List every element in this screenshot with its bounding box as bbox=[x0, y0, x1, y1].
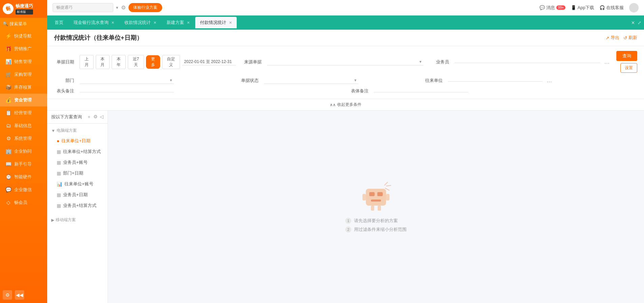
mobile-group-title: ▶ 移动端方案 bbox=[47, 215, 108, 225]
dept-select[interactable]: ▾ bbox=[80, 77, 174, 84]
last-7-btn[interactable]: 近7天 bbox=[128, 55, 144, 69]
scheme-partner-settle[interactable]: ▦ 往来单位+结算方式 bbox=[47, 146, 108, 157]
scheme-salesperson-settle-icon: ▦ bbox=[57, 203, 61, 208]
add-scheme-btn[interactable]: ＋ bbox=[87, 114, 91, 120]
filter-row-1: 单据日期 上月 本月 本年 近7天 更多 自定义 来源单据 ▾ bbox=[54, 51, 637, 73]
sidebar-item-operation[interactable]: 📋 经营管理 bbox=[0, 107, 47, 119]
logo-text-block: 畅捷通巧 标准版 bbox=[16, 3, 33, 14]
collapse-btn[interactable]: ∧∧ 收起更多条件 bbox=[330, 102, 361, 108]
settings-icon[interactable]: ⚙ bbox=[121, 4, 126, 11]
scheme-partner-account[interactable]: 📊 往来单位+账号 bbox=[47, 179, 108, 189]
sidebar-item-hardware[interactable]: ⌚ 智能硬件 bbox=[0, 171, 47, 183]
query-btn[interactable]: 查询 bbox=[616, 51, 637, 61]
refresh-icon: ↺ bbox=[623, 35, 627, 40]
pc-group-arrow[interactable]: ▼ bbox=[51, 128, 55, 133]
doc-status-select[interactable]: ▾ bbox=[264, 77, 358, 84]
sidebar-item-sales[interactable]: 📊 销售管理 bbox=[0, 55, 47, 68]
sidebar-item-quick-nav[interactable]: ⚡ 快捷导航 bbox=[0, 30, 47, 42]
notification-btn[interactable]: 💬 消息 99+ bbox=[539, 5, 565, 11]
inventory-icon: 📦 bbox=[5, 84, 11, 90]
user-avatar[interactable] bbox=[629, 3, 639, 12]
dept-filter: ▾ bbox=[80, 77, 233, 84]
partner-select[interactable] bbox=[448, 79, 543, 82]
panel-collapse-btn[interactable]: ◁ bbox=[100, 114, 104, 120]
enterprise-icon: 🏢 bbox=[5, 148, 11, 154]
export-btn[interactable]: ↗ 导出 bbox=[606, 35, 619, 41]
sidebar-item-basic[interactable]: 🗂 基础信息 bbox=[0, 119, 47, 132]
empty-state: 1 请先选择要分析的方案 2 用过滤条件来缩小分析范围 bbox=[345, 179, 407, 235]
scheme-dept-date[interactable]: ▦ 部门+日期 bbox=[47, 168, 108, 179]
dept-arrow: ▾ bbox=[170, 78, 172, 83]
sidebar-item-guide[interactable]: 📖 新手引导 bbox=[0, 158, 47, 171]
this-month-btn[interactable]: 本月 bbox=[96, 55, 110, 69]
sidebar-item-enterprise[interactable]: 🏢 企业协同 bbox=[0, 145, 47, 158]
search-label: 搜索菜单 bbox=[9, 21, 27, 27]
hardware-icon: ⌚ bbox=[5, 174, 11, 180]
filter-row-2: 部门 ▾ 单据状态 ▾ 往来单位 bbox=[54, 77, 637, 84]
scheme-partner-date-icon: ● bbox=[57, 138, 59, 144]
sidebar-item-wechat[interactable]: 💬 企业微信 bbox=[0, 183, 47, 196]
tab-home[interactable]: 首页 bbox=[50, 17, 68, 28]
last-month-btn[interactable]: 上月 bbox=[80, 55, 94, 69]
sidebar: 畅 畅捷通巧 标准版 🔍 搜索菜单 ⚡ 快捷导航 🎁 营销推广 📊 销售管理 🛒… bbox=[0, 0, 47, 303]
basic-label: 基础信息 bbox=[14, 123, 32, 129]
app-download-btn[interactable]: 📱 App下载 bbox=[571, 5, 594, 11]
source-doc-select[interactable]: ▾ bbox=[267, 58, 423, 65]
online-service-btn[interactable]: 🎧 在线客服 bbox=[599, 5, 624, 11]
scheme-salesperson-date[interactable]: ▦ 业务员+日期 bbox=[47, 189, 108, 200]
tab-bank-flow[interactable]: 现金银行流水查询 ✕ bbox=[69, 17, 119, 28]
sidebar-search[interactable]: 🔍 搜索菜单 bbox=[0, 18, 47, 30]
scheme-partner-date-label: 往来单位+日期 bbox=[61, 138, 90, 144]
finance-label: 资金管理 bbox=[14, 97, 32, 103]
tab-bank-flow-label: 现金银行流水查询 bbox=[74, 20, 109, 26]
tab-fullscreen[interactable]: ⤢ bbox=[638, 20, 641, 25]
mobile-group-label: 移动端方案 bbox=[56, 217, 76, 223]
more-btn[interactable]: 更多 bbox=[146, 55, 160, 69]
trial-btn[interactable]: 体验行业方案 bbox=[128, 3, 162, 12]
settings-btn[interactable]: 设置 bbox=[620, 63, 637, 73]
tab-payment-stats-close[interactable]: ✕ bbox=[229, 21, 232, 25]
sidebar-item-purchase[interactable]: 🛒 采购管理 bbox=[0, 68, 47, 81]
refresh-btn[interactable]: ↺ 刷新 bbox=[623, 35, 637, 41]
sidebar-collapse-btn[interactable]: ◀◀ bbox=[15, 290, 24, 300]
partner-dots[interactable]: … bbox=[545, 78, 553, 84]
operation-icon: 📋 bbox=[5, 110, 11, 116]
scheme-settings-btn[interactable]: ⚙ bbox=[93, 114, 98, 120]
body-note-label: 表体备注 bbox=[351, 88, 369, 93]
this-year-btn[interactable]: 本年 bbox=[112, 55, 126, 69]
header-note-label: 表头备注 bbox=[54, 88, 74, 94]
dropdown-icon[interactable]: ▾ bbox=[116, 5, 118, 10]
tab-close-all[interactable]: ✕ bbox=[631, 20, 635, 25]
tab-receipt-stats-close[interactable]: ✕ bbox=[153, 21, 156, 25]
scheme-salesperson-settle[interactable]: ▦ 业务员+结算方式 bbox=[47, 200, 108, 211]
sidebar-settings-btn[interactable]: ⚙ bbox=[3, 290, 12, 300]
member-icon: ◇ bbox=[5, 200, 11, 206]
scheme-salesperson-account[interactable]: ▦ 业务员+账号 bbox=[47, 157, 108, 168]
salesperson-dots[interactable]: … bbox=[603, 59, 611, 65]
sidebar-item-system[interactable]: ⚙ 系统管理 bbox=[0, 132, 47, 145]
scheme-partner-date[interactable]: ● 往来单位+日期 bbox=[47, 135, 108, 146]
body-note-input[interactable] bbox=[374, 90, 468, 92]
right-content: 1 请先选择要分析的方案 2 用过滤条件来缩小分析范围 bbox=[108, 111, 644, 303]
sidebar-item-marketing[interactable]: 🎁 营销推广 bbox=[0, 42, 47, 55]
tab-payment-stats[interactable]: 付款情况统计 ✕ bbox=[195, 17, 237, 28]
tab-receipt-stats[interactable]: 收款情况统计 ✕ bbox=[120, 17, 161, 28]
doc-status-arrow: ▾ bbox=[354, 78, 356, 83]
date-range-input[interactable] bbox=[182, 58, 236, 65]
quick-nav-icon: ⚡ bbox=[5, 33, 11, 39]
address-bar[interactable]: 畅捷通巧 bbox=[53, 3, 113, 12]
custom-btn[interactable]: 自定义 bbox=[162, 55, 180, 69]
tab-bank-flow-close[interactable]: ✕ bbox=[111, 21, 114, 25]
sidebar-item-member[interactable]: ◇ 畅会员 bbox=[0, 196, 47, 209]
header-note-input[interactable] bbox=[80, 90, 174, 92]
svg-line-10 bbox=[385, 188, 389, 190]
salesperson-select[interactable] bbox=[455, 61, 600, 63]
tab-new-scheme[interactable]: 新建方案 ✕ bbox=[162, 17, 195, 28]
sidebar-item-inventory[interactable]: 📦 库存核算 bbox=[0, 81, 47, 94]
search-icon: 🔍 bbox=[3, 21, 8, 26]
tab-new-scheme-close[interactable]: ✕ bbox=[187, 21, 190, 25]
page-header-actions: ↗ 导出 ↺ 刷新 bbox=[606, 35, 637, 41]
mobile-group-arrow[interactable]: ▶ bbox=[51, 218, 54, 222]
empty-tip-2: 2 用过滤条件来缩小分析范围 bbox=[345, 226, 407, 233]
sidebar-item-finance[interactable]: 💰 资金管理 bbox=[0, 94, 47, 107]
